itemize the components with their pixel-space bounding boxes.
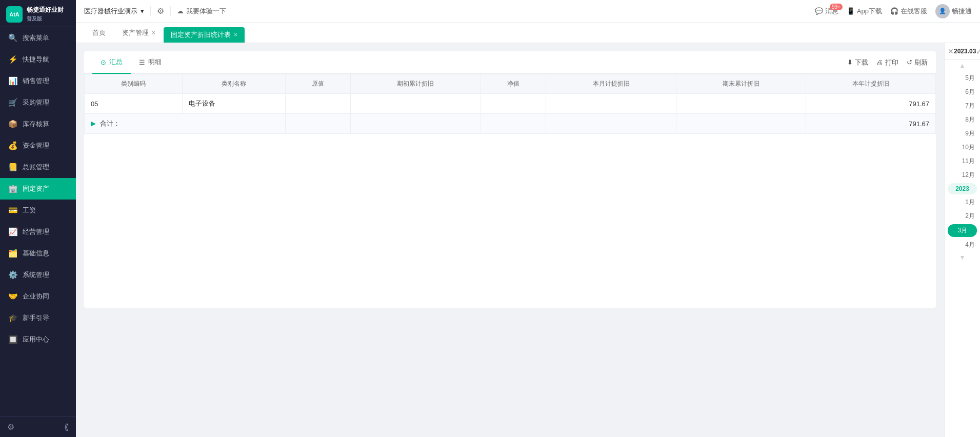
date-month-7[interactable]: 7月 (945, 99, 980, 113)
date-panel-scroll: ▲ 5月 6月 7月 8月 9月 10月 11月 12月 2023 1月 2月 … (945, 60, 980, 437)
message-button[interactable]: 💬 消息 99+ (815, 7, 838, 16)
tab-home-label: 首页 (92, 28, 106, 37)
date-month-5[interactable]: 5月 (945, 71, 980, 85)
summary-end-accum (676, 114, 806, 134)
print-button[interactable]: 🖨 打印 (876, 58, 898, 67)
date-month-6[interactable]: 6月 (945, 85, 980, 99)
cell-year-dep: 791.67 (806, 94, 935, 114)
main-content: 医疗器械行业演示 ▾ ⚙ ☁ 我要体验一下 💬 消息 99+ 📱 App下载 🎧… (76, 0, 980, 437)
biz-icon: 📈 (8, 227, 17, 236)
date-panel-header: ✕ 2023.03 ⤢ (945, 43, 980, 60)
collapse-icon[interactable]: ⟪ (64, 422, 69, 432)
company-dropdown-icon: ▾ (141, 7, 144, 15)
date-month-2[interactable]: 2月 (945, 209, 980, 223)
col-original: 原值 (285, 74, 351, 94)
sidebar-item-biz[interactable]: 📈 经营管理 (0, 221, 76, 243)
online-support-button[interactable]: 🎧 在线客服 (890, 7, 927, 16)
capital-icon: 💰 (8, 141, 17, 150)
date-panel: ✕ 2023.03 ⤢ ▲ 5月 6月 7月 8月 9月 10月 11月 12月… (944, 43, 980, 437)
content-area: ⊙ 汇总 ☰ 明细 ⬇ 下载 � (76, 43, 980, 437)
date-month-10[interactable]: 10月 (945, 141, 980, 154)
download-icon: ⬇ (847, 58, 853, 66)
cell-begin-accum (351, 94, 481, 114)
col-code: 类别编码 (85, 74, 183, 94)
download-button[interactable]: ⬇ 下载 (847, 58, 868, 67)
refresh-button[interactable]: ↺ 刷新 (907, 58, 928, 67)
date-up-icon[interactable]: ▲ (945, 60, 980, 71)
sidebar-item-payroll[interactable]: 💳 工资 (0, 200, 76, 221)
topbar-divider (150, 6, 151, 16)
sidebar-item-label-purchase: 采购管理 (23, 98, 49, 107)
sidebar-item-fixed[interactable]: 🏢 固定资产 (0, 178, 76, 200)
sidebar-item-apps[interactable]: 🔲 应用中心 (0, 329, 76, 350)
date-month-1[interactable]: 1月 (945, 195, 980, 209)
sidebar-item-sys[interactable]: ⚙️ 系统管理 (0, 264, 76, 286)
user-name: 畅捷通 (952, 7, 972, 16)
report-toolbar: ⬇ 下载 🖨 打印 ↺ 刷新 (847, 54, 928, 71)
app-download-button[interactable]: 📱 App下载 (847, 7, 882, 16)
tab-depreciation[interactable]: 固定资产折旧统计表 × (164, 27, 245, 43)
experience-button[interactable]: ☁ 我要体验一下 (177, 7, 226, 16)
col-end-accum: 期末累计折旧 (676, 74, 806, 94)
company-selector[interactable]: 医疗器械行业演示 ▾ (84, 7, 144, 16)
date-panel-close-icon[interactable]: ✕ (948, 47, 954, 55)
settings-icon[interactable]: ⚙ (7, 422, 14, 432)
report-tab-detail[interactable]: ☰ 明细 (131, 51, 170, 74)
col-begin-accum: 期初累计折旧 (351, 74, 481, 94)
sidebar-item-purchase[interactable]: 🛒 采购管理 (0, 92, 76, 113)
table-header-row: 类别编码 类别名称 原值 期初累计折旧 净值 本月计提折旧 期末累计折旧 本年计… (85, 74, 936, 94)
summary-original (285, 114, 351, 134)
date-month-12[interactable]: 12月 (945, 168, 980, 182)
tab-home[interactable]: 首页 (84, 24, 114, 43)
date-month-8[interactable]: 8月 (945, 113, 980, 127)
date-panel-title: 2023.03 (954, 48, 976, 55)
topbar: 医疗器械行业演示 ▾ ⚙ ☁ 我要体验一下 💬 消息 99+ 📱 App下载 🎧… (76, 0, 980, 23)
tabbar: 首页 资产管理 × 固定资产折旧统计表 × (76, 23, 980, 43)
report-panel: ⊙ 汇总 ☰ 明细 ⬇ 下载 � (84, 51, 936, 308)
sidebar-item-label-quicknav: 快捷导航 (23, 55, 49, 64)
fixed-icon: 🏢 (8, 184, 17, 193)
sidebar-item-label-biz: 经营管理 (23, 227, 49, 236)
date-panel-expand-icon[interactable]: ⤢ (976, 47, 980, 55)
tab-depreciation-close[interactable]: × (234, 31, 237, 38)
user-menu[interactable]: 👤 畅捷通 (935, 4, 972, 18)
date-month-3-current[interactable]: 3月 (948, 224, 977, 237)
search-icon: 🔍 (8, 33, 17, 43)
sidebar-item-inventory[interactable]: 📦 库存核算 (0, 113, 76, 135)
print-label: 打印 (885, 58, 898, 67)
sidebar-item-base[interactable]: 🗂️ 基础信息 (0, 243, 76, 264)
topbar-right: 💬 消息 99+ 📱 App下载 🎧 在线客服 👤 畅捷通 (815, 4, 972, 18)
support-icon: 🎧 (890, 7, 898, 15)
sidebar-item-quicknav[interactable]: ⚡ 快捷导航 (0, 49, 76, 70)
tab-asset-mgmt-close[interactable]: × (152, 29, 155, 36)
experience-label: 我要体验一下 (186, 7, 226, 16)
date-month-4[interactable]: 4月 (945, 238, 980, 252)
refresh-label: 刷新 (914, 58, 928, 67)
summary-tab-icon: ⊙ (101, 58, 106, 66)
topbar-settings-icon[interactable]: ⚙ (157, 6, 164, 16)
sidebar-item-label-fixed: 固定资产 (23, 184, 49, 193)
report-tabs: ⊙ 汇总 ☰ 明细 (92, 51, 170, 73)
sidebar-footer: ⚙ ⟪ (0, 416, 76, 437)
report-container: ⊙ 汇总 ☰ 明细 ⬇ 下载 � (76, 43, 944, 437)
sidebar-item-label-ledger: 总账管理 (23, 163, 49, 172)
sidebar-item-search[interactable]: 🔍 搜索菜单 (0, 27, 76, 49)
sidebar-item-capital[interactable]: 💰 资金管理 (0, 135, 76, 156)
sidebar-item-label-search: 搜索菜单 (23, 33, 49, 43)
sidebar-item-collab[interactable]: 🤝 企业协同 (0, 286, 76, 307)
report-table: 类别编码 类别名称 原值 期初累计折旧 净值 本月计提折旧 期末累计折旧 本年计… (84, 74, 936, 134)
col-year-dep: 本年计提折旧 (806, 74, 935, 94)
sidebar-item-ledger[interactable]: 📒 总账管理 (0, 156, 76, 178)
download-label: 下载 (855, 58, 868, 67)
date-month-11[interactable]: 11月 (945, 154, 980, 168)
collab-icon: 🤝 (8, 292, 17, 301)
cloud-icon: ☁ (177, 7, 184, 15)
date-down-icon[interactable]: ▼ (945, 252, 980, 263)
date-year-2023[interactable]: 2023 (948, 183, 977, 194)
report-tab-summary[interactable]: ⊙ 汇总 (92, 51, 131, 74)
summary-fold-icon[interactable]: ▶ (91, 120, 96, 127)
sidebar-item-guide[interactable]: 🎓 新手引导 (0, 307, 76, 329)
date-month-9[interactable]: 9月 (945, 127, 980, 141)
sidebar-item-sales[interactable]: 📊 销售管理 (0, 70, 76, 92)
tab-asset-mgmt[interactable]: 资产管理 × (114, 24, 164, 43)
